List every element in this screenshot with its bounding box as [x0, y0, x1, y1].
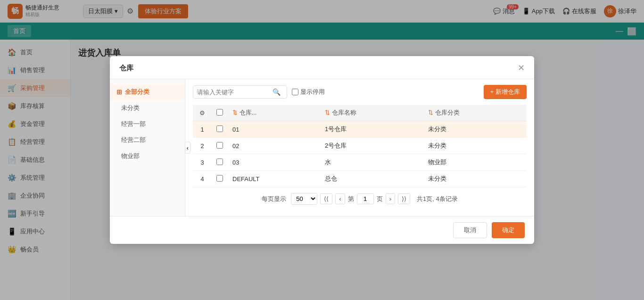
page-prev-btn[interactable]: ‹	[335, 193, 345, 204]
row-name: 水	[320, 154, 423, 171]
row-name: 总仓	[320, 171, 423, 187]
th-setting[interactable]: ⚙	[193, 105, 212, 121]
show-disabled-checkbox[interactable]	[292, 89, 298, 95]
pagination: 每页显示 50 100 ⟨⟨ ‹ 第 页 › ⟩⟩ 共1页, 4条记录	[193, 187, 527, 210]
category-all-label: 全部分类	[125, 88, 149, 96]
page-input[interactable]	[357, 193, 374, 204]
category-all[interactable]: ⊞ 全部分类	[110, 84, 185, 100]
table-toolbar: 🔍 显示停用 + 新增仓库	[193, 85, 527, 99]
row-name: 2号仓库	[320, 138, 423, 154]
sort-icon: ⇅	[232, 109, 238, 116]
table-row[interactable]: 1 01 1号仓库 未分类	[193, 121, 527, 138]
confirm-button[interactable]: 确定	[492, 222, 525, 238]
row-name: 1号仓库	[320, 121, 423, 138]
warehouse-modal: 仓库 ✕ ⊞ 全部分类 未分类 经营一部 经营二部 物业部 ‹	[110, 56, 534, 244]
category-panel: ⊞ 全部分类 未分类 经营一部 经营二部 物业部 ‹	[110, 79, 185, 216]
category-item-ops2[interactable]: 经营二部	[110, 132, 185, 148]
category-item-property[interactable]: 物业部	[110, 148, 185, 164]
page-size-label: 每页显示	[262, 195, 286, 203]
page-label: 页	[377, 195, 383, 203]
modal-body: ⊞ 全部分类 未分类 经营一部 经营二部 物业部 ‹	[110, 79, 534, 216]
table-row[interactable]: 2 02 2号仓库 未分类	[193, 138, 527, 154]
table-row[interactable]: 3 03 水 物业部	[193, 154, 527, 171]
search-box: 🔍	[193, 85, 287, 99]
row-checkbox-cell[interactable]	[212, 171, 228, 187]
row-code: 03	[228, 154, 320, 171]
table-header: ⚙ ⇅ 仓库... ⇅ 仓库名称 ⇅	[193, 105, 527, 121]
grid-icon: ⊞	[116, 88, 122, 96]
category-label-property: 物业部	[121, 152, 140, 159]
category-item-uncategorized[interactable]: 未分类	[110, 100, 185, 116]
modal-close-btn[interactable]: ✕	[518, 63, 525, 73]
new-warehouse-btn[interactable]: + 新增仓库	[484, 85, 527, 99]
th-code-label: 仓库...	[239, 109, 257, 116]
category-label-ops2: 经营二部	[121, 136, 146, 143]
category-item-ops1[interactable]: 经营一部	[110, 116, 185, 132]
row-checkbox-cell[interactable]	[212, 154, 228, 171]
category-collapse-btn[interactable]: ‹	[185, 142, 190, 154]
row-category: 未分类	[423, 171, 527, 187]
chevron-left-icon: ‹	[187, 144, 189, 151]
row-category: 物业部	[423, 154, 527, 171]
modal-title: 仓库	[119, 64, 133, 73]
sort-icon-name: ⇅	[325, 109, 330, 116]
category-label-uncategorized: 未分类	[121, 104, 140, 111]
row-category: 未分类	[423, 121, 527, 138]
cancel-button[interactable]: 取消	[453, 222, 487, 238]
row-seq: 1	[193, 121, 212, 138]
th-checkbox[interactable]	[212, 105, 228, 121]
th-category: ⇅ 仓库分类	[423, 105, 527, 121]
page-last-btn[interactable]: ⟩⟩	[398, 193, 410, 204]
modal-footer: 取消 确定	[110, 216, 534, 244]
row-seq: 4	[193, 171, 212, 187]
th-code: ⇅ 仓库...	[228, 105, 320, 121]
total-info: 共1页, 4条记录	[417, 195, 458, 203]
search-icon[interactable]: 🔍	[269, 86, 284, 98]
warehouse-table: ⚙ ⇅ 仓库... ⇅ 仓库名称 ⇅	[193, 105, 527, 187]
table-panel: 🔍 显示停用 + 新增仓库 ⚙ ⇅	[185, 79, 534, 216]
page-word: 第	[348, 195, 354, 203]
page-size-select[interactable]: 50 100	[291, 193, 317, 205]
page-next-btn[interactable]: ›	[386, 193, 395, 204]
th-category-label: 仓库分类	[435, 109, 460, 116]
category-label-ops1: 经营一部	[121, 120, 146, 127]
select-all-checkbox[interactable]	[216, 109, 223, 116]
row-checkbox[interactable]	[216, 175, 223, 182]
sort-icon-cat: ⇅	[428, 109, 433, 116]
modal-header: 仓库 ✕	[110, 56, 534, 79]
row-checkbox-cell[interactable]	[212, 138, 228, 154]
show-disabled-label[interactable]: 显示停用	[292, 88, 325, 96]
th-name: ⇅ 仓库名称	[320, 105, 423, 121]
row-category: 未分类	[423, 138, 527, 154]
row-checkbox[interactable]	[216, 158, 223, 165]
th-name-label: 仓库名称	[332, 109, 356, 116]
show-disabled-text: 显示停用	[300, 88, 325, 96]
row-code: 02	[228, 138, 320, 154]
row-code: 01	[228, 121, 320, 138]
table-row[interactable]: 4 DEFAULT 总仓 未分类	[193, 171, 527, 187]
row-code: DEFAULT	[228, 171, 320, 187]
row-checkbox[interactable]	[216, 142, 223, 149]
row-seq: 3	[193, 154, 212, 171]
row-seq: 2	[193, 138, 212, 154]
search-input[interactable]	[193, 86, 269, 98]
table-body: 1 01 1号仓库 未分类 2 02 2号仓库 未分类 3	[193, 121, 527, 187]
row-checkbox[interactable]	[216, 125, 223, 132]
page-first-btn[interactable]: ⟨⟨	[320, 193, 332, 204]
row-checkbox-cell[interactable]	[212, 121, 228, 138]
